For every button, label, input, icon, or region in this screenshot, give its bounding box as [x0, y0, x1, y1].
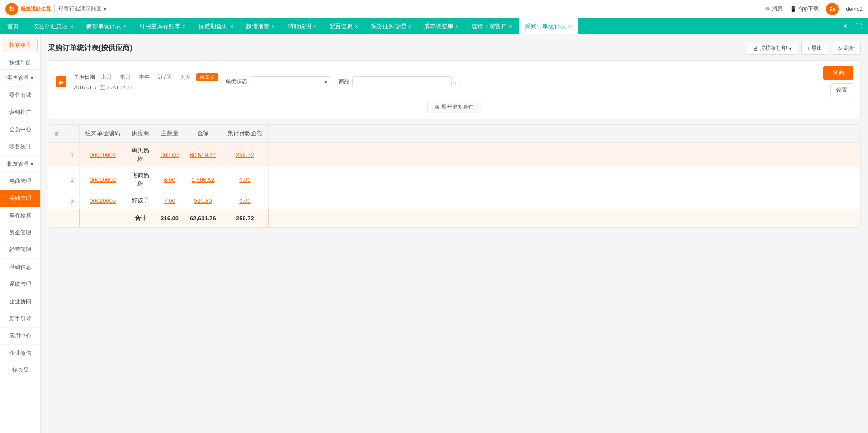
status-filter-field: 单据状态 ▾: [226, 76, 331, 87]
sidebar-item-label: 批发管理: [7, 160, 29, 168]
sidebar: 搜索菜单 快捷导航 零售管理 ▾ 零售商城 营销推广 会员中心 零售统计 批发管…: [0, 34, 41, 433]
sidebar-item-enterprise-wechat[interactable]: 企业微信: [0, 345, 40, 362]
table-row: 1 00020001 惠氏奶粉 303.00 60,519.44 259.72: [48, 143, 860, 167]
sidebar-item-finance[interactable]: 资金管理: [0, 224, 40, 242]
tab-purchase-stats-label: 采购订单统计表: [525, 22, 566, 30]
sidebar-item-member[interactable]: 畅会员: [0, 362, 40, 379]
top-bar-right: ✉ 消息 📱 App下载 Ea demo2: [765, 3, 863, 15]
sidebar-item-enterprise-collab[interactable]: 企业协同: [0, 293, 40, 310]
quick-nav-button[interactable]: 快捷导航: [0, 56, 40, 70]
shortcut-this-month[interactable]: 本月: [117, 72, 133, 82]
query-button[interactable]: 查询: [823, 66, 853, 80]
sidebar-item-basic-info[interactable]: 基础信息: [0, 259, 40, 276]
sidebar-item-new-guide[interactable]: 新手引导: [0, 310, 40, 328]
user-name[interactable]: demo2: [846, 6, 863, 12]
workspace-selector[interactable]: 母婴行业演示账套 ▾: [54, 4, 110, 14]
sidebar-item-retail-store[interactable]: 零售商城: [0, 87, 40, 104]
sidebar-item-system-mgmt[interactable]: 系统管理: [0, 276, 40, 293]
tab-invite-customer[interactable]: 邀请下游客户 ✕: [465, 18, 519, 34]
maximize-icon[interactable]: ⛶: [853, 22, 864, 31]
setting-button[interactable]: 设置: [830, 83, 853, 97]
sidebar-item-label: 会员中心: [9, 126, 31, 133]
row-amount-cell[interactable]: 1,586.52: [184, 167, 222, 192]
tab-collect-pay[interactable]: 收发存汇总表 ✕: [26, 18, 80, 34]
close-icon[interactable]: ✕: [568, 24, 571, 29]
shortcut-7days[interactable]: 近7天: [155, 72, 175, 82]
row-supplier-code-cell[interactable]: 00020002: [80, 167, 126, 192]
tab-function-desc[interactable]: 功能说明 ✕: [281, 18, 323, 34]
row-main-qty-cell[interactable]: 7.00: [155, 192, 184, 209]
sidebar-item-operation-mgmt[interactable]: 经营管理: [0, 242, 40, 259]
gear-icon[interactable]: ⚙: [54, 130, 59, 137]
close-icon[interactable]: ✕: [509, 24, 512, 29]
close-icon[interactable]: ✕: [408, 24, 411, 29]
export-button[interactable]: ↓ 导出: [801, 42, 828, 55]
row-main-qty-cell[interactable]: 6.00: [155, 167, 184, 192]
close-icon[interactable]: ✕: [182, 24, 186, 29]
sidebar-item-label: 零售管理: [7, 74, 29, 82]
ellipsis-icon[interactable]: …: [454, 78, 462, 86]
col-amount: 金额: [184, 125, 222, 143]
row-main-qty-cell[interactable]: 303.00: [155, 143, 184, 167]
row-supplier-name-cell: 惠氏奶粉: [126, 143, 155, 167]
refresh-button[interactable]: ↻ 刷新: [832, 42, 861, 55]
user-avatar[interactable]: Ea: [826, 3, 839, 15]
status-filter-label: 单据状态: [226, 78, 247, 86]
goods-input[interactable]: [352, 76, 452, 87]
sidebar-item-purchase-mgmt[interactable]: 采购管理: [0, 190, 40, 207]
close-icon[interactable]: ✕: [230, 24, 233, 29]
footer-rownum-cell: [65, 209, 80, 227]
close-all-icon[interactable]: ✕: [840, 22, 851, 31]
row-num-cell: 1: [65, 143, 80, 167]
sidebar-item-marketing[interactable]: 营销推广: [0, 104, 40, 121]
row-paid-amount-cell[interactable]: 0.00: [222, 167, 268, 192]
status-select[interactable]: ▾: [250, 76, 331, 87]
col-supplier-name: 供应商: [126, 125, 155, 143]
custom-date-badge[interactable]: 自定义: [196, 73, 218, 81]
shortcut-last-month[interactable]: 上月: [98, 72, 114, 82]
tab-config[interactable]: 配置信息 ✕: [323, 18, 364, 34]
close-icon[interactable]: ✕: [70, 24, 73, 29]
row-paid-amount-cell[interactable]: 259.72: [222, 143, 268, 167]
tab-collect-pay-label: 收发存汇总表: [33, 22, 68, 30]
close-icon[interactable]: ✕: [313, 24, 316, 29]
message-action[interactable]: ✉ 消息: [765, 5, 783, 13]
tab-overstock[interactable]: 超储预警 ✕: [240, 18, 281, 34]
sidebar-item-label: 基础信息: [9, 263, 31, 271]
tab-cost-adjust[interactable]: 成本调整单 ✕: [418, 18, 465, 34]
close-icon[interactable]: ✕: [271, 24, 275, 29]
sidebar-item-inventory[interactable]: 库存核算: [0, 207, 40, 224]
row-paid-amount-cell[interactable]: 0.00: [222, 192, 268, 209]
sidebar-item-member-center[interactable]: 会员中心: [0, 121, 40, 138]
tab-available-stock[interactable]: 可用量库存账本 ✕: [133, 18, 192, 34]
search-menu-button[interactable]: 搜索菜单: [3, 38, 38, 52]
row-amount-cell[interactable]: 525.80: [184, 192, 222, 209]
row-supplier-name-cell: 飞鹤奶粉: [126, 167, 155, 192]
shortcut-this-year[interactable]: 本年: [136, 72, 152, 82]
sidebar-item-retail-mgmt[interactable]: 零售管理 ▾: [0, 70, 40, 87]
row-settings-cell: [48, 143, 65, 167]
row-supplier-code-cell[interactable]: 00020001: [80, 143, 126, 167]
tab-home[interactable]: 首页: [0, 18, 26, 34]
expand-conditions-button[interactable]: ⊕ 展开更多条件: [427, 101, 481, 113]
tab-purchase-stats[interactable]: 采购订单统计表 ✕: [519, 18, 578, 34]
close-icon[interactable]: ✕: [123, 24, 127, 29]
sidebar-item-label: 资金管理: [9, 229, 31, 237]
tab-pick-task[interactable]: 拣货任务管理 ✕: [364, 18, 418, 34]
shortcut-more[interactable]: 更多: [177, 72, 193, 82]
row-amount-cell[interactable]: 60,519.44: [184, 143, 222, 167]
close-icon[interactable]: ✕: [455, 24, 459, 29]
tab-order-stats[interactable]: 要货单统计表 ✕: [80, 18, 133, 34]
filter-toggle-button[interactable]: ▶: [56, 76, 66, 87]
sidebar-item-ecommerce-mgmt[interactable]: 电商管理: [0, 173, 40, 190]
goods-filter-field: 商品 …: [339, 76, 462, 87]
sidebar-item-label: 库存核算: [9, 212, 31, 219]
row-supplier-code-cell[interactable]: 00020005: [80, 192, 126, 209]
print-button[interactable]: 🖨 按模板打印 ▾: [747, 42, 797, 55]
sidebar-item-retail-stats[interactable]: 零售统计: [0, 138, 40, 156]
app-download-action[interactable]: 📱 App下载: [790, 5, 819, 13]
sidebar-item-wholesale-mgmt[interactable]: 批发管理 ▾: [0, 156, 40, 173]
close-icon[interactable]: ✕: [354, 24, 358, 29]
sidebar-item-app-center[interactable]: 应用中心: [0, 328, 40, 345]
tab-expiry[interactable]: 保质期查询 ✕: [192, 18, 240, 34]
